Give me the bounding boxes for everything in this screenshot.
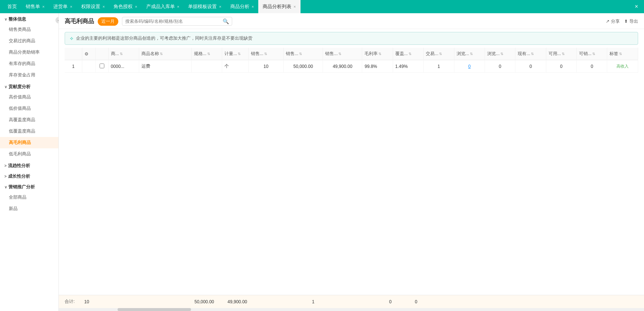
- nav-tab[interactable]: 产成品入库单×: [142, 0, 184, 13]
- col-index: [65, 48, 82, 60]
- sidebar-item[interactable]: 新品: [0, 203, 58, 214]
- sidebar-item[interactable]: 高覆盖度商品: [0, 114, 58, 126]
- col-header-browse2[interactable]: 浏览...⇅: [485, 48, 515, 60]
- settings-icon[interactable]: ⚙: [84, 51, 89, 57]
- col-header-coverage[interactable]: 覆盖...⇅: [393, 48, 423, 60]
- cell-margin: 99.8%: [362, 60, 393, 73]
- sidebar-item[interactable]: 低毛利商品: [0, 148, 58, 160]
- sort-icon: ⇅: [592, 52, 595, 56]
- table-container: ⚙商...⇅商品名称⇅规格...⇅计量...⇅销售...⇅销售...⇅销售...…: [59, 48, 644, 295]
- col-header-sales1[interactable]: 销售...⇅: [248, 48, 283, 60]
- tab-close-icon[interactable]: ×: [219, 4, 221, 9]
- cell-name: 运费: [139, 60, 191, 73]
- tab-close-icon[interactable]: ×: [102, 4, 105, 9]
- export-label: 导出: [629, 18, 638, 25]
- sidebar-group-arrow-icon: ∨: [4, 85, 7, 89]
- col-header-saleable[interactable]: 可销...⇅: [577, 48, 607, 60]
- nav-tab[interactable]: 首页: [3, 0, 21, 13]
- sidebar-group-arrow-icon: ∨: [4, 17, 7, 21]
- tab-close-icon[interactable]: ×: [177, 4, 179, 9]
- cell-unit: 个: [222, 60, 248, 73]
- sidebar-group-arrow-icon: ∨: [4, 185, 7, 189]
- col-header-available[interactable]: 可用...⇅: [546, 48, 576, 60]
- col-header-unit[interactable]: 计量...⇅: [222, 48, 248, 60]
- sort-icon: ⇅: [562, 52, 565, 56]
- cell-browse1: 0: [454, 60, 485, 73]
- horizontal-scrollbar[interactable]: [59, 308, 644, 311]
- cell-settings: [82, 60, 96, 73]
- browse1-link[interactable]: 0: [468, 64, 471, 69]
- page-title: 高毛利商品: [65, 18, 94, 25]
- search-icon[interactable]: 🔍: [223, 18, 229, 24]
- info-banner: ✧ 企业的主要的利润都是这部分商品创造的，可考虑加大推广，同时关注库存是不要出现…: [65, 32, 638, 45]
- tab-close-icon[interactable]: ×: [135, 4, 137, 9]
- tab-close-icon[interactable]: ×: [70, 4, 72, 9]
- col-header-sales3[interactable]: 销售...⇅: [323, 48, 362, 60]
- nav-tab[interactable]: 销售单×: [21, 0, 49, 13]
- col-header-margin[interactable]: 毛利率⇅: [362, 48, 393, 60]
- sidebar-group-arrow-icon: >: [4, 174, 7, 178]
- nav-tab[interactable]: 单据模板设置×: [184, 0, 226, 13]
- footer-sales1: 10: [82, 299, 192, 304]
- cell-sales1: 10: [248, 60, 283, 73]
- high-income-tag: 高收入: [616, 64, 629, 68]
- cell-saleable: 0: [577, 60, 607, 73]
- content-area: 高毛利商品 近一月 🔍 ↗ 分享 ⬆ 导出: [59, 13, 644, 311]
- nav-tab[interactable]: 进货单×: [49, 0, 76, 13]
- sidebar-item[interactable]: 低覆盖度商品: [0, 126, 58, 137]
- filter-button[interactable]: 近一月: [98, 17, 118, 26]
- sort-icon: ⇅: [264, 52, 267, 56]
- sidebar-item[interactable]: 商品分类助销率: [0, 47, 58, 58]
- sidebar-group-title[interactable]: ∨营销推广分析: [0, 181, 58, 192]
- share-button[interactable]: ↗ 分享: [606, 18, 620, 25]
- info-text: 企业的主要的利润都是这部分商品创造的，可考虑加大推广，同时关注库存是不要出现缺货: [76, 35, 252, 41]
- col-header-browse1[interactable]: 浏览...⇅: [454, 48, 485, 60]
- col-header-name[interactable]: 商品名称⇅: [139, 48, 191, 60]
- col-header-trade[interactable]: 交易...⇅: [424, 48, 454, 60]
- sidebar-group-title[interactable]: ∨贡献度分析: [0, 81, 58, 91]
- col-header-settings[interactable]: ⚙: [82, 48, 96, 60]
- footer-sales2: 50,000.00: [192, 299, 225, 304]
- nav-tab[interactable]: 商品分析列表×: [258, 0, 300, 13]
- row-checkbox[interactable]: [100, 64, 104, 68]
- export-icon: ⬆: [624, 19, 628, 24]
- sidebar-group-title[interactable]: >流趋性分析: [0, 160, 58, 170]
- footer-available: 0: [413, 299, 438, 304]
- col-header-spec[interactable]: 规格...⇅: [191, 48, 222, 60]
- sidebar-item[interactable]: 交易过的商品: [0, 35, 58, 47]
- sidebar-item[interactable]: 低价值商品: [0, 103, 58, 114]
- header-actions: ↗ 分享 ⬆ 导出: [606, 18, 638, 25]
- col-header-sales2[interactable]: 销售...⇅: [284, 48, 323, 60]
- sidebar-item[interactable]: 有库存的商品: [0, 58, 58, 69]
- content-header: 高毛利商品 近一月 🔍 ↗ 分享 ⬆ 导出: [59, 13, 644, 29]
- sort-icon: ⇅: [470, 52, 473, 56]
- col-header-code[interactable]: 商...⇅: [108, 48, 139, 60]
- col-header-current[interactable]: 现有...⇅: [515, 48, 546, 60]
- sidebar: « ∨整体信息销售类商品交易过的商品商品分类助销率有库存的商品库存资金占用∨贡献…: [0, 13, 59, 311]
- cell-browse2: 0: [485, 60, 515, 73]
- tab-close-icon[interactable]: ×: [42, 4, 44, 9]
- footer-totals: 合计: 10 50,000.00 49,900.00 1 0 0: [59, 295, 644, 308]
- sidebar-group-title[interactable]: >成长性分析: [0, 170, 58, 181]
- tab-close-icon[interactable]: ×: [252, 4, 254, 9]
- col-header-checkbox[interactable]: [95, 48, 108, 60]
- tab-close-icon[interactable]: ×: [294, 4, 296, 9]
- nav-tab[interactable]: 权限设置×: [77, 0, 109, 13]
- export-button[interactable]: ⬆ 导出: [624, 18, 638, 25]
- sidebar-item[interactable]: 全部商品: [0, 192, 58, 203]
- sidebar-item[interactable]: 库存资金占用: [0, 69, 58, 81]
- share-icon: ↗: [606, 19, 609, 24]
- sidebar-item[interactable]: 高价值商品: [0, 91, 58, 103]
- sort-icon: ⇅: [378, 52, 381, 56]
- sidebar-item[interactable]: 销售类商品: [0, 24, 58, 35]
- nav-tab[interactable]: 商品分析×: [226, 0, 258, 13]
- nav-tab[interactable]: 角色授权×: [109, 0, 141, 13]
- col-header-tag[interactable]: 标签⇅: [607, 48, 638, 60]
- search-input[interactable]: [125, 19, 223, 24]
- close-all-button[interactable]: ×: [632, 3, 641, 10]
- sidebar-group-title[interactable]: ∨整体信息: [0, 13, 58, 24]
- cell-index: 1: [65, 60, 82, 73]
- sidebar-item[interactable]: 高毛利商品: [0, 137, 58, 148]
- search-box: 🔍: [122, 17, 232, 26]
- cell-trade: 1: [424, 60, 454, 73]
